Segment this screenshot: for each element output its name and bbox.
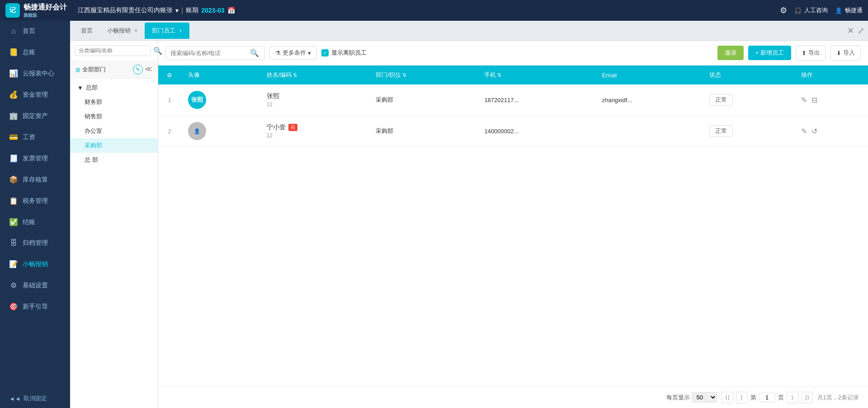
dept-edit-button[interactable]: ✎: [133, 65, 143, 75]
content-area: 首页 小畅报销 × 部门员工 × ✕ ⤢ 🔍: [70, 21, 868, 408]
unpin-button[interactable]: ◄◄ 取消固定: [0, 389, 70, 408]
close-window-icon[interactable]: ✕: [847, 26, 854, 36]
status-badge: 正常: [709, 125, 733, 137]
headset-icon: 🎧: [794, 7, 802, 14]
dept-item-zongbu[interactable]: ▼ 总部: [70, 80, 158, 95]
top-bar-right: ⚙ 🎧 人工咨询 👤 畅捷通: [780, 5, 863, 15]
sidebar: ⌂ 首页 📒 总账 📊 云报表中心 💰 资金管理 🏢 固定资产 💳 工资 🧾 发…: [0, 21, 70, 408]
gear-icon[interactable]: ⚙: [780, 5, 787, 15]
sidebar-item-funds[interactable]: 💰 资金管理: [0, 84, 70, 105]
sidebar-item-inventory[interactable]: 📦 库存核算: [0, 169, 70, 190]
grid-icon: ⊞: [75, 66, 80, 73]
import-button[interactable]: ⬇ 导入: [830, 45, 861, 61]
prev-page-button[interactable]: ⟨: [736, 392, 748, 403]
dept-all-actions: ✎ ≪: [133, 65, 152, 75]
sidebar-item-archive[interactable]: 🗄 归档管理: [0, 233, 70, 253]
sidebar-item-assets[interactable]: 🏢 固定资产: [0, 105, 70, 127]
separator: |: [181, 6, 183, 14]
calendar-icon[interactable]: 📅: [227, 7, 235, 14]
sidebar-item-checkout[interactable]: ✅ 结账: [0, 211, 70, 233]
row1-name-code: 张熙 11: [259, 84, 368, 116]
pagination: 每页显示 50 100 200 ⟨⟨ ⟨ 第 页 ⟩: [158, 386, 868, 408]
name-code-group: 宁小壹 应 12: [267, 123, 361, 139]
more-filter-button[interactable]: ⚗ 更多条件 ▾: [269, 46, 317, 60]
edit-icon[interactable]: ✎: [801, 127, 807, 136]
dept-item-sales[interactable]: 销售部: [70, 109, 158, 124]
row2-email: [595, 116, 703, 147]
user-avatar-icon: 👤: [835, 7, 842, 14]
logo-text-group: 畅捷通好会计 旗舰版: [24, 3, 67, 19]
emp-code: 12: [267, 132, 361, 139]
tab-dept-emp[interactable]: 部门员工 ×: [145, 23, 189, 39]
tab-dept-emp-close[interactable]: ×: [179, 28, 182, 34]
col-dept[interactable]: 部门/职位: [368, 66, 477, 84]
col-status: 状态: [702, 66, 794, 84]
avatar: 👤: [188, 122, 206, 140]
row2-actions: ✎ ↺: [794, 116, 868, 147]
tab-expense-close[interactable]: ×: [134, 28, 137, 34]
emp-name: 张熙: [267, 92, 361, 100]
sidebar-item-ledger[interactable]: 📒 总账: [0, 42, 70, 63]
settings-icon: ⚙: [9, 281, 18, 290]
main-layout: ⌂ 首页 📒 总账 📊 云报表中心 💰 资金管理 🏢 固定资产 💳 工资 🧾 发…: [0, 21, 868, 408]
dept-item-finance[interactable]: 财务部: [70, 95, 158, 109]
col-name[interactable]: 姓名/编码: [259, 66, 368, 84]
company-dropdown-icon[interactable]: ▾: [175, 7, 179, 14]
sidebar-item-invoice[interactable]: 🧾 发票管理: [0, 148, 70, 169]
sidebar-item-guide[interactable]: 🎯 新手引导: [0, 296, 70, 317]
sidebar-item-settings[interactable]: ⚙ 基础设置: [0, 275, 70, 296]
add-employee-button[interactable]: + 新增员工: [748, 46, 791, 60]
page-content: 🔍 ⊞ 全部部门 ✎ ≪ ▼ 总部: [70, 41, 868, 408]
collapse-icon[interactable]: ≪: [145, 65, 152, 75]
employee-search-input[interactable]: [170, 50, 247, 56]
tab-expense[interactable]: 小畅报销 ×: [100, 23, 145, 39]
status-badge: 正常: [709, 94, 733, 106]
row1-dept: 采购部: [368, 84, 477, 116]
row1-avatar: 张熙: [181, 84, 259, 116]
dept-item-zongbu2[interactable]: 总 部: [70, 153, 158, 167]
tax-icon: 📋: [9, 197, 18, 205]
user-profile[interactable]: 👤 畅捷通: [835, 6, 863, 14]
support-info[interactable]: 🎧 人工咨询: [794, 6, 828, 14]
home-icon: ⌂: [9, 27, 18, 35]
company-name[interactable]: 江西服宝精品有限责任公司内账张 ▾: [78, 6, 179, 14]
dept-search-input[interactable]: [75, 45, 151, 56]
dept-item-office[interactable]: 办公室: [70, 124, 158, 138]
sidebar-item-reports[interactable]: 📊 云报表中心: [0, 63, 70, 84]
edit-icon[interactable]: ✎: [801, 96, 807, 104]
emp-code: 11: [267, 101, 361, 108]
per-page-dropdown[interactable]: 50 100 200: [692, 392, 717, 403]
logout-icon[interactable]: ⊟: [811, 96, 817, 104]
show-resigned-checkbox[interactable]: ✓ 显示离职员工: [321, 49, 367, 57]
next-page-button[interactable]: ⟩: [787, 392, 798, 403]
dept-panel: 🔍 ⊞ 全部部门 ✎ ≪ ▼ 总部: [70, 41, 158, 408]
all-dept-label: ⊞ 全部部门: [75, 66, 130, 74]
row2-phone: 140000002...: [477, 116, 594, 147]
employee-panel: 🔍 ⚗ 更多条件 ▾ ✓ 显示离职员工 邀请 + 新增员工: [158, 41, 868, 408]
app-subtitle: 旗舰版: [24, 12, 67, 19]
sidebar-item-home[interactable]: ⌂ 首页: [0, 21, 70, 42]
col-settings[interactable]: ⚙: [158, 66, 181, 84]
refresh-icon[interactable]: ↺: [811, 127, 817, 136]
row2-name-code: 宁小壹 应 12: [259, 116, 368, 147]
search-icon[interactable]: 🔍: [250, 49, 259, 57]
page-number-input[interactable]: [759, 393, 775, 402]
sidebar-item-tax[interactable]: 📋 税务管理: [0, 190, 70, 211]
invite-button[interactable]: 邀请: [717, 46, 744, 60]
default-avatar-icon: 👤: [194, 128, 200, 134]
salary-icon: 💳: [9, 133, 18, 141]
sidebar-item-expense[interactable]: 📝 小畅报销: [0, 253, 70, 275]
first-page-button[interactable]: ⟨⟨: [722, 392, 733, 403]
sidebar-item-salary[interactable]: 💳 工资: [0, 127, 70, 148]
export-button[interactable]: ⬆ 导出: [796, 45, 826, 61]
all-dept-row[interactable]: ⊞ 全部部门 ✎ ≪: [70, 61, 158, 79]
employee-tag: 应: [288, 124, 297, 131]
row2-avatar: 👤: [181, 116, 259, 147]
last-page-button[interactable]: ⟩⟩: [801, 392, 813, 403]
invoice-icon: 🧾: [9, 154, 18, 163]
employee-search-box: 🔍: [165, 46, 265, 60]
tab-home[interactable]: 首页: [74, 23, 100, 39]
dept-item-purchase[interactable]: 采购部: [70, 138, 158, 153]
maximize-window-icon[interactable]: ⤢: [858, 26, 864, 36]
col-phone[interactable]: 手机: [477, 66, 594, 84]
